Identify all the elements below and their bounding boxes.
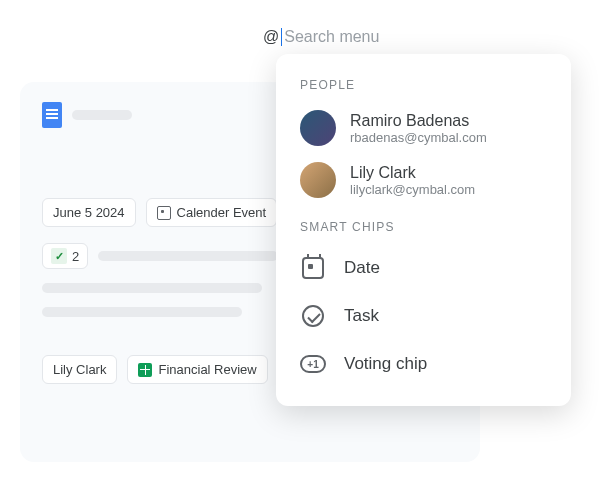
menu-item-voting[interactable]: +1 Voting chip: [276, 340, 571, 388]
calendar-chip[interactable]: Calender Event: [146, 198, 278, 227]
avatar: [300, 162, 336, 198]
menu-item-label: Date: [344, 258, 380, 278]
date-chip[interactable]: June 5 2024: [42, 198, 136, 227]
people-heading: PEOPLE: [276, 74, 571, 102]
docs-icon: [42, 102, 62, 128]
text-skeleton: [98, 251, 278, 261]
person-name: Ramiro Badenas: [350, 111, 487, 130]
calendar-icon: [157, 206, 171, 220]
text-skeleton: [42, 307, 242, 317]
date-chip-label: June 5 2024: [53, 205, 125, 220]
search-placeholder: Search menu: [284, 28, 379, 46]
vote-chip[interactable]: ✓ 2: [42, 243, 88, 269]
avatar: [300, 110, 336, 146]
check-icon: ✓: [51, 248, 67, 264]
person-item-ramiro[interactable]: Ramiro Badenas rbadenas@cymbal.com: [276, 102, 571, 154]
menu-item-date[interactable]: Date: [276, 244, 571, 292]
sheets-icon: [138, 363, 152, 377]
at-sign: @: [263, 28, 279, 46]
text-skeleton: [42, 283, 262, 293]
person-chip[interactable]: Lily Clark: [42, 355, 117, 384]
file-chip-label: Financial Review: [158, 362, 256, 377]
person-info: Lily Clark lilyclark@cymbal.com: [350, 163, 475, 198]
title-skeleton: [72, 110, 132, 120]
date-icon: [300, 255, 326, 281]
vote-count: 2: [72, 249, 79, 264]
file-chip[interactable]: Financial Review: [127, 355, 267, 384]
person-email: rbadenas@cymbal.com: [350, 130, 487, 146]
text-cursor: [281, 28, 282, 46]
person-name: Lily Clark: [350, 163, 475, 182]
person-chip-label: Lily Clark: [53, 362, 106, 377]
smart-chips-heading: SMART CHIPS: [276, 206, 571, 244]
person-info: Ramiro Badenas rbadenas@cymbal.com: [350, 111, 487, 146]
person-item-lily[interactable]: Lily Clark lilyclark@cymbal.com: [276, 154, 571, 206]
smart-chip-menu: PEOPLE Ramiro Badenas rbadenas@cymbal.co…: [276, 54, 571, 406]
menu-item-task[interactable]: Task: [276, 292, 571, 340]
menu-item-label: Task: [344, 306, 379, 326]
calendar-chip-label: Calender Event: [177, 205, 267, 220]
menu-item-label: Voting chip: [344, 354, 427, 374]
person-email: lilyclark@cymbal.com: [350, 182, 475, 198]
voting-chip-icon: +1: [300, 351, 326, 377]
at-mention-input[interactable]: @ Search menu: [263, 28, 379, 46]
task-icon: [300, 303, 326, 329]
